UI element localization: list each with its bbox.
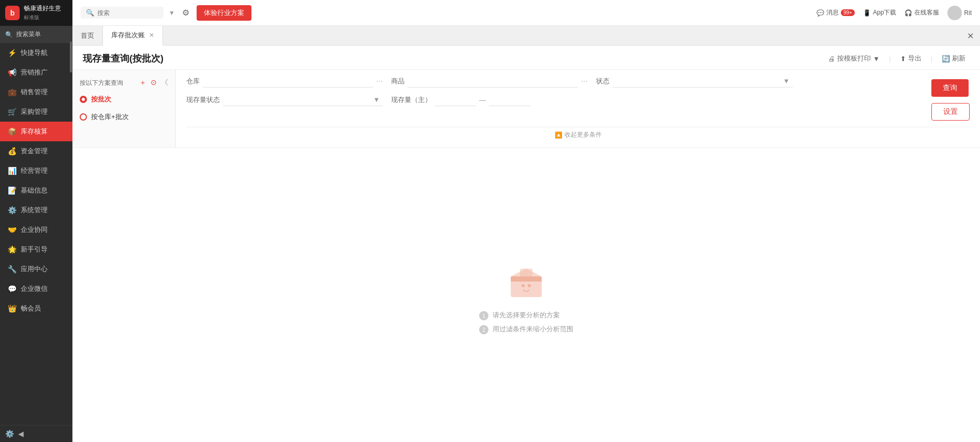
scheme-item-warehouse-batch[interactable]: 按仓库+批次 [72,108,175,126]
app-logo: b [5,6,20,20]
query-btn[interactable]: 查询 [931,79,969,97]
sidebar-item-sales[interactable]: 💼 销售管理 [0,82,72,102]
tab-inventory-batch-label: 库存批次账 [111,31,145,40]
sidebar-item-marketing[interactable]: 📢 营销推广 [0,63,72,82]
refresh-btn[interactable]: 🔄 刷新 [938,52,970,65]
left-panel-title: 按以下方案查询 [80,79,123,87]
sidebar-item-label: 企业协同 [21,225,48,234]
goods-label: 商品 [391,77,405,86]
topbar-search-box[interactable]: 🔍 [81,7,164,19]
right-filter: 仓库 ··· 商品 ··· 状态 [176,70,980,148]
print-dropdown-icon[interactable]: ▼ [873,55,880,63]
sidebar-search[interactable]: 🔍 搜索菜单 [0,26,72,43]
collapse-label: 收起更多条件 [565,130,602,139]
search-input[interactable] [97,9,149,17]
message-action[interactable]: 💬 消息 99+ [816,8,855,17]
message-badge: 99+ [841,9,855,16]
trial-btn[interactable]: 体验行业方案 [197,5,251,21]
empty-illustration [500,256,552,302]
inv-status-arrow-icon: ▼ [373,96,380,104]
warehouse-input[interactable] [203,75,373,87]
finance-icon: 💰 [7,146,17,156]
settings-btn[interactable]: 设置 [931,103,970,121]
filter-row-1: 仓库 ··· 商品 ··· 状态 [186,75,923,87]
inv-qty-label: 现存量（主） [391,95,432,105]
sidebar-collapse-icon[interactable]: ◀ [18,430,24,438]
sidebar-item-finance[interactable]: 💰 资金管理 [0,141,72,161]
sidebar-item-label: 销售管理 [21,87,48,97]
inv-status-select[interactable]: ▼ [223,94,383,106]
page-title: 现存量查询(按批次) [83,52,164,65]
collapse-row[interactable]: 🔼 收起更多条件 [186,127,970,142]
online-service-label: 在线客服 [914,8,939,17]
sidebar-item-system[interactable]: ⚙️ 系统管理 [0,200,72,220]
sidebar-item-label: 畅会员 [21,304,41,313]
sidebar-item-basics[interactable]: 📝 基础信息 [0,181,72,200]
collapse-up-icon: 🔼 [555,131,562,139]
sidebar-item-label: 采购管理 [21,107,48,116]
filter-status: 状态 ▼ [596,75,793,87]
tabbar-close-right-icon[interactable]: ✕ [967,31,974,40]
online-service-action[interactable]: 🎧 在线客服 [904,8,939,17]
search-chevron-icon[interactable]: ▼ [169,9,175,17]
status-select[interactable]: ▼ [613,75,793,87]
sidebar-item-label: 经营管理 [21,166,48,175]
app-edition: 标准版 [24,14,61,21]
sidebar-item-label: 快捷导航 [21,48,48,57]
sidebar-item-collab[interactable]: 🤝 企业协同 [0,220,72,240]
status-select-arrow-icon: ▼ [783,77,790,85]
sidebar-item-inventory[interactable]: 📦 库存核算 [0,122,72,141]
refresh-icon: 🔄 [942,55,950,63]
topbar: 🔍 ▼ ⚙ 体验行业方案 💬 消息 99+ 📱 App下载 🎧 在线客服 Rit [72,0,980,26]
inv-qty-max-input[interactable] [489,94,530,106]
collapse-panel-icon[interactable]: 《 [161,78,168,87]
avatar [947,6,962,20]
main-area: 🔍 ▼ ⚙ 体验行业方案 💬 消息 99+ 📱 App下载 🎧 在线客服 Rit [72,0,980,442]
phone-icon: 📱 [863,9,871,17]
print-icon: 🖨 [828,55,835,63]
export-icon: ⬆ [900,55,906,63]
topbar-gear-icon[interactable]: ⚙ [182,8,189,18]
warehouse-label: 仓库 [186,77,200,86]
search-icon: 🔍 [5,31,13,38]
sidebar-item-newbie[interactable]: 🌟 新手引导 [0,240,72,259]
empty-tip-1: 1 请先选择要分析的方案 [479,311,573,320]
sidebar-item-quicknav[interactable]: ⚡ 快捷导航 [0,43,72,63]
vip-icon: 👑 [7,304,17,313]
sidebar-bottom: ⚙️ ◀ [0,425,72,442]
app-name: 畅康通好生意 [24,5,61,13]
appcenter-icon: 🔧 [7,264,17,274]
filter-area: 按以下方案查询 ＋ ⊙ 《 按批次 按仓库+批次 [72,70,980,148]
user-profile[interactable]: Rit [947,6,972,20]
warehouse-more-icon[interactable]: ··· [376,77,383,86]
filter-warehouse: 仓库 ··· [186,75,383,87]
username: Rit [964,9,972,17]
sidebar-item-wechat[interactable]: 💬 企业微信 [0,279,72,299]
scheme-settings-icon[interactable]: ⊙ [151,78,157,87]
scheme-item-batch[interactable]: 按批次 [72,91,175,108]
app-download-action[interactable]: 📱 App下载 [863,8,896,17]
topbar-right: 💬 消息 99+ 📱 App下载 🎧 在线客服 Rit [816,6,972,20]
tab-inventory-batch[interactable]: 库存批次账 ✕ [103,26,163,46]
sidebar-item-vip[interactable]: 👑 畅会员 [0,299,72,318]
sidebar-item-purchase[interactable]: 🛒 采购管理 [0,102,72,122]
sidebar-item-appcenter[interactable]: 🔧 应用中心 [0,259,72,279]
status-label: 状态 [596,77,610,86]
print-btn[interactable]: 🖨 按模板打印 ▼ [824,52,884,65]
sidebar: b 畅康通好生意 标准版 🔍 搜索菜单 ⚡ 快捷导航 📢 营销推广 💼 销售管理… [0,0,72,442]
tab-close-icon[interactable]: ✕ [149,32,154,39]
goods-input[interactable] [408,75,578,87]
tabbar: 首页 库存批次账 ✕ ✕ [72,26,980,46]
quicknav-icon: ⚡ [7,48,17,57]
add-scheme-icon[interactable]: ＋ [139,78,146,87]
goods-more-icon[interactable]: ··· [581,77,588,86]
settings-icon[interactable]: ⚙️ [5,430,14,438]
tab-home[interactable]: 首页 [72,26,103,46]
inv-qty-dash: — [479,96,486,104]
scheme-dot-active [80,96,87,103]
inv-qty-min-input[interactable] [435,94,476,106]
content-area: 现存量查询(按批次) 🖨 按模板打印 ▼ | ⬆ 导出 | 🔄 刷新 [72,46,980,442]
scheme-dot-inactive [80,113,87,121]
sidebar-item-operations[interactable]: 📊 经营管理 [0,161,72,181]
export-btn[interactable]: ⬆ 导出 [896,52,926,65]
